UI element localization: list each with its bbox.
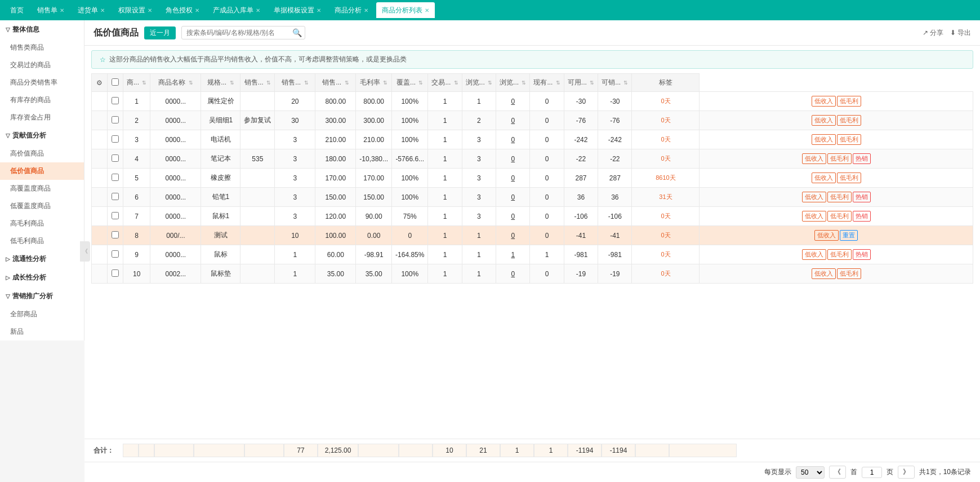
close-icon[interactable]: ✕ — [317, 7, 321, 14]
cell-browse1[interactable]: 0 — [496, 149, 530, 169]
col-header-available[interactable]: 可用... ⇅ — [564, 74, 598, 92]
sidebar-section-growth[interactable]: ▷ 成长性分析 — [0, 268, 84, 287]
browse-link[interactable]: 1 — [511, 251, 515, 259]
col-header-name[interactable]: 商品名称 ⇅ — [150, 74, 201, 92]
cell-cb[interactable] — [108, 169, 123, 188]
page-number-input[interactable] — [862, 467, 882, 478]
cell-cb[interactable] — [108, 92, 123, 111]
col-header-gross-rate[interactable]: 毛利率 ⇅ — [356, 74, 392, 92]
nav-analysis-list[interactable]: 商品分析列表 ✕ — [376, 2, 435, 18]
browse-link[interactable]: 0 — [511, 98, 515, 105]
search-icon[interactable]: 🔍 — [292, 28, 302, 37]
sidebar-section-marketing[interactable]: ▽ 营销推广分析 — [0, 287, 84, 306]
col-header-trade[interactable]: 交易... ⇅ — [428, 74, 462, 92]
sidebar-item-low-margin[interactable]: 低毛利商品 — [0, 232, 84, 250]
nav-home[interactable]: 首页 — [5, 2, 29, 18]
browse-link[interactable]: 0 — [511, 136, 515, 144]
first-page-button[interactable]: 《 — [829, 466, 846, 479]
cell-cb[interactable] — [108, 226, 123, 245]
browse-link[interactable]: 0 — [511, 155, 515, 163]
browse-link[interactable]: 0 — [511, 117, 515, 125]
cell-cb[interactable] — [108, 264, 123, 284]
sidebar-item-low-coverage[interactable]: 低覆盖度商品 — [0, 197, 84, 215]
close-icon[interactable]: ✕ — [256, 7, 260, 14]
col-header-sale-qty[interactable]: 销售... ⇅ — [240, 74, 275, 92]
sidebar-section-overview[interactable]: ▽ 整体信息 — [0, 20, 84, 39]
sidebar-item-high-value[interactable]: 高价值商品 — [0, 145, 84, 162]
col-header-browse1[interactable]: 浏览... ⇅ — [462, 74, 496, 92]
cell-cb[interactable] — [108, 245, 123, 264]
browse-link[interactable]: 0 — [511, 174, 515, 182]
table-wrap[interactable]: ⚙ 商... ⇅ 商品名称 ⇅ 规格... ⇅ 销售... ⇅ 销售... ⇅ … — [84, 73, 980, 439]
col-header-coverage[interactable]: 覆盖... ⇅ — [392, 74, 428, 92]
row-checkbox[interactable] — [112, 154, 119, 162]
search-input[interactable] — [181, 26, 305, 39]
col-header-saleable[interactable]: 可销... ⇅ — [598, 74, 632, 92]
cell-cb[interactable] — [108, 111, 123, 130]
row-checkbox[interactable] — [112, 135, 119, 143]
close-icon[interactable]: ✕ — [100, 7, 105, 14]
row-checkbox[interactable] — [112, 231, 119, 238]
nav-analysis[interactable]: 商品分析 ✕ — [329, 2, 374, 18]
nav-role[interactable]: 角色授权 ✕ — [160, 2, 205, 18]
sidebar-item-stock-fund[interactable]: 库存资金占用 — [0, 109, 84, 126]
cell-browse1[interactable]: 1 — [496, 245, 530, 264]
period-button[interactable]: 近一月 — [144, 26, 176, 39]
col-header-settings[interactable]: ⚙ — [92, 74, 108, 92]
cell-cb[interactable] — [108, 149, 123, 169]
sidebar-item-all-goods[interactable]: 全部商品 — [0, 306, 84, 323]
nav-purchase[interactable]: 进货单 ✕ — [72, 2, 110, 18]
cell-browse1[interactable]: 0 — [496, 226, 530, 245]
sidebar-item-low-value[interactable]: 低价值商品 — [0, 162, 84, 180]
col-header-no[interactable]: 商... ⇅ — [123, 74, 150, 92]
close-icon[interactable]: ✕ — [364, 7, 368, 14]
close-icon[interactable]: ✕ — [148, 7, 152, 14]
cell-cb[interactable] — [108, 188, 123, 207]
row-checkbox[interactable] — [112, 250, 119, 258]
sidebar-item-stock-goods[interactable]: 有库存的商品 — [0, 91, 84, 109]
sidebar-item-traded-goods[interactable]: 交易过的商品 — [0, 56, 84, 74]
nav-stock[interactable]: 产成品入库单 ✕ — [207, 2, 266, 18]
cell-browse1[interactable]: 0 — [496, 188, 530, 207]
select-all-checkbox[interactable] — [112, 78, 119, 86]
cell-browse1[interactable]: 0 — [496, 92, 530, 111]
col-header-spec[interactable]: 规格... ⇅ — [201, 74, 240, 92]
sidebar-section-contribution[interactable]: ▽ 贡献值分析 — [0, 126, 84, 145]
row-checkbox[interactable] — [112, 174, 119, 181]
browse-link[interactable]: 0 — [511, 270, 515, 278]
cell-browse1[interactable]: 0 — [496, 169, 530, 188]
row-checkbox[interactable] — [112, 269, 119, 277]
browse-link[interactable]: 0 — [511, 232, 515, 240]
cell-browse1[interactable]: 0 — [496, 130, 530, 149]
col-header-sale-amount[interactable]: 销售... ⇅ — [315, 74, 356, 92]
sidebar-item-new-goods[interactable]: 新品 — [0, 323, 84, 341]
nav-template[interactable]: 单据模板设置 ✕ — [268, 2, 327, 18]
cell-browse1[interactable]: 0 — [496, 111, 530, 130]
cell-cb[interactable] — [108, 130, 123, 149]
row-checkbox[interactable] — [112, 212, 119, 219]
col-header-current[interactable]: 现有... ⇅ — [530, 74, 564, 92]
sidebar-item-high-margin[interactable]: 高毛利商品 — [0, 215, 84, 232]
col-header-sale-price[interactable]: 销售... ⇅ — [275, 74, 315, 92]
page-size-select[interactable]: 50 100 200 — [796, 466, 825, 479]
share-button[interactable]: ↗ 分享 — [923, 28, 943, 38]
sidebar-item-sales-goods[interactable]: 销售类商品 — [0, 39, 84, 56]
browse-link[interactable]: 0 — [511, 213, 515, 220]
nav-permission[interactable]: 权限设置 ✕ — [113, 2, 158, 18]
last-page-button[interactable]: 》 — [898, 466, 915, 479]
close-icon[interactable]: ✕ — [60, 7, 64, 14]
row-checkbox[interactable] — [112, 97, 119, 104]
sidebar-section-liquidity[interactable]: ▷ 流通性分析 — [0, 250, 84, 268]
sidebar-collapse-button[interactable]: 《 — [80, 241, 90, 262]
row-checkbox[interactable] — [112, 116, 119, 123]
sidebar-item-category-sales-rate[interactable]: 商品分类销售率 — [0, 74, 84, 91]
nav-sales[interactable]: 销售单 ✕ — [32, 2, 70, 18]
export-button[interactable]: ⬇ 导出 — [950, 28, 971, 38]
sidebar-item-high-coverage[interactable]: 高覆盖度商品 — [0, 180, 84, 197]
cell-browse1[interactable]: 0 — [496, 264, 530, 284]
row-checkbox[interactable] — [112, 193, 119, 200]
close-icon[interactable]: ✕ — [425, 7, 429, 14]
browse-link[interactable]: 0 — [511, 193, 515, 201]
col-header-tags[interactable]: 标签 — [632, 74, 700, 92]
col-header-cb[interactable] — [108, 74, 123, 92]
